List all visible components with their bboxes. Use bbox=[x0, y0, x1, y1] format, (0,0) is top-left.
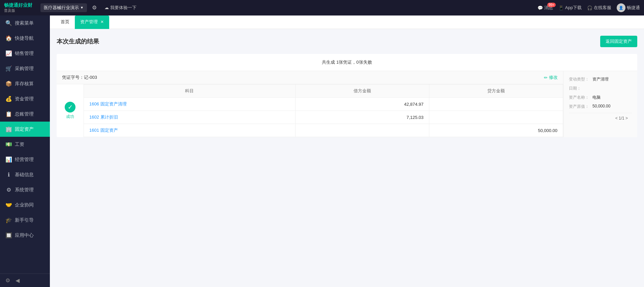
sidebar-settings-icon[interactable]: ⚙ bbox=[5, 277, 10, 284]
col-header-subject: 科目 bbox=[84, 85, 296, 98]
page-header: 本次生成的结果 返回固定资产 bbox=[57, 36, 637, 47]
sidebar-label-enterprise: 企业协同 bbox=[15, 202, 34, 208]
sidebar-label-search: 搜索菜单 bbox=[15, 20, 34, 26]
sidebar-collapse-icon[interactable]: ◀ bbox=[16, 277, 20, 284]
company-selector[interactable]: 医疗器械行业演示 ▼ bbox=[40, 3, 87, 12]
table-row: 1606 固定资产清理42,874.97 bbox=[84, 98, 563, 111]
business-icon: 📊 bbox=[5, 156, 12, 163]
sidebar-label-ledger: 总账管理 bbox=[15, 111, 34, 117]
tab-close-icon[interactable]: ✕ bbox=[100, 20, 104, 24]
online-service-button[interactable]: 🎧 在线客服 bbox=[587, 5, 611, 11]
cell-subject: 1602 累计折旧 bbox=[84, 111, 296, 124]
tabs-bar: 首页 资产管理 ✕ bbox=[50, 15, 644, 29]
cell-debit bbox=[295, 124, 429, 137]
sidebar-item-ledger[interactable]: 📋 总账管理 bbox=[0, 106, 50, 122]
summary-text: 共生成 1张凭证，0张失败 bbox=[322, 60, 372, 65]
result-panel: 共生成 1张凭证，0张失败 凭证字号：记-003 ✏ 修改 bbox=[57, 54, 637, 137]
search-icon: 🔍 bbox=[5, 20, 12, 26]
ledger-icon: 📋 bbox=[5, 111, 12, 117]
capital-icon: 💰 bbox=[5, 96, 12, 102]
sales-icon: 📈 bbox=[5, 50, 12, 57]
sidebar-label-system: 系统管理 bbox=[15, 187, 34, 193]
sidebar-item-guide[interactable]: 🎓 新手引导 bbox=[0, 213, 50, 228]
message-button[interactable]: 💬 消息 99+ bbox=[538, 5, 553, 11]
sidebar-item-business[interactable]: 📊 经营管理 bbox=[0, 152, 50, 167]
headset-icon: 🎧 bbox=[587, 5, 592, 10]
voucher-number: 凭证字号：记-003 bbox=[62, 74, 97, 81]
sidebar-item-capital[interactable]: 💰 资金管理 bbox=[0, 91, 50, 106]
sidebar-item-quick-nav[interactable]: 🏠 快捷导航 bbox=[0, 31, 50, 46]
return-fixed-assets-button[interactable]: 返回固定资产 bbox=[600, 36, 637, 47]
page-title: 本次生成的结果 bbox=[57, 37, 99, 45]
col-header-credit: 贷方金额 bbox=[429, 85, 563, 98]
edit-icon: ✏ bbox=[544, 75, 548, 80]
sidebar-label-business: 经营管理 bbox=[15, 157, 34, 163]
sidebar-label-quick-nav: 快捷导航 bbox=[15, 35, 34, 41]
sidebar-label-sales: 销售管理 bbox=[15, 51, 34, 57]
brand-logo: 畅捷通好业财 普及版 bbox=[4, 2, 32, 13]
info-asset-value-row: 资产原值： 50,000.00 bbox=[569, 104, 632, 109]
apps-icon: 🔲 bbox=[5, 232, 12, 238]
result-summary: 共生成 1张凭证，0张失败 bbox=[57, 54, 637, 71]
experience-button[interactable]: ☁ 我要体验一下 bbox=[104, 5, 136, 11]
company-name: 医疗器械行业演示 bbox=[44, 5, 79, 11]
sidebar-item-inventory[interactable]: 📦 库存核算 bbox=[0, 76, 50, 91]
tab-home[interactable]: 首页 bbox=[55, 15, 75, 29]
success-row: ✓ 成功 科目 借方金额 贷方金额 bbox=[57, 84, 563, 137]
col-header-debit: 借方金额 bbox=[295, 85, 429, 98]
sidebar-item-system[interactable]: ⚙ 系统管理 bbox=[0, 182, 50, 197]
basic-info-icon: ℹ bbox=[5, 171, 12, 178]
cell-subject: 1606 固定资产清理 bbox=[84, 98, 296, 111]
voucher-table: 科目 借方金额 贷方金额 1606 固定资产清理42,874.971602 累计… bbox=[84, 84, 563, 137]
settings-icon[interactable]: ⚙ bbox=[90, 3, 99, 12]
main-layout: 🔍 搜索菜单 🏠 快捷导航 📈 销售管理 🛒 采购管理 📦 库存核算 💰 资金管… bbox=[0, 15, 644, 287]
info-change-type-label: 变动类型： bbox=[569, 76, 592, 82]
page-content: 本次生成的结果 返回固定资产 共生成 1张凭证，0张失败 凭证字号：记-003 bbox=[50, 29, 644, 287]
success-text: 成功 bbox=[66, 114, 74, 120]
tab-home-label: 首页 bbox=[61, 19, 69, 25]
sidebar-item-sales[interactable]: 📈 销售管理 bbox=[0, 46, 50, 61]
purchase-icon: 🛒 bbox=[5, 65, 12, 72]
cell-debit: 42,874.97 bbox=[295, 98, 429, 111]
sidebar-label-guide: 新手引导 bbox=[15, 217, 34, 223]
voucher-main: 凭证字号：记-003 ✏ 修改 ✓ 成功 bbox=[57, 71, 563, 137]
sidebar-label-apps: 应用中心 bbox=[15, 232, 34, 238]
sidebar-item-payroll[interactable]: 💵 工资 bbox=[0, 137, 50, 152]
cloud-icon: ☁ bbox=[104, 5, 109, 10]
inventory-icon: 📦 bbox=[5, 81, 12, 87]
success-circle-icon: ✓ bbox=[65, 102, 75, 113]
app-download-button[interactable]: 📱 App下载 bbox=[558, 5, 582, 11]
sidebar-item-enterprise[interactable]: 🤝 企业协同 bbox=[0, 197, 50, 213]
topbar-right: 💬 消息 99+ 📱 App下载 🎧 在线客服 👤 畅捷通 bbox=[538, 3, 640, 12]
payroll-icon: 💵 bbox=[5, 141, 12, 148]
cell-credit bbox=[429, 98, 563, 111]
phone-icon: 📱 bbox=[558, 5, 564, 10]
info-panel: 变动类型： 资产清理 日期： 资产名称： 电脑 资产原值： bbox=[563, 71, 637, 137]
sidebar-item-apps[interactable]: 🔲 应用中心 bbox=[0, 228, 50, 243]
avatar: 👤 bbox=[617, 3, 625, 12]
sidebar-item-search[interactable]: 🔍 搜索菜单 bbox=[0, 15, 50, 31]
cell-credit: 50,000.00 bbox=[429, 124, 563, 137]
fixed-assets-icon: 🏢 bbox=[5, 126, 12, 132]
voucher-header: 凭证字号：记-003 ✏ 修改 bbox=[57, 71, 563, 84]
voucher-data-table: 科目 借方金额 贷方金额 1606 固定资产清理42,874.971602 累计… bbox=[84, 84, 563, 137]
sidebar-item-basic-info[interactable]: ℹ 基础信息 bbox=[0, 167, 50, 182]
topbar-left: 畅捷通好业财 普及版 医疗器械行业演示 ▼ ⚙ ☁ 我要体验一下 bbox=[4, 2, 136, 13]
enterprise-icon: 🤝 bbox=[5, 202, 12, 208]
message-badge: 99+ bbox=[547, 3, 556, 7]
info-asset-name-label: 资产名称： bbox=[569, 95, 592, 100]
voucher-section: 凭证字号：记-003 ✏ 修改 ✓ 成功 bbox=[57, 71, 637, 137]
user-profile[interactable]: 👤 畅捷通 bbox=[617, 3, 640, 12]
sidebar-label-inventory: 库存核算 bbox=[15, 81, 34, 87]
sidebar-item-fixed-assets[interactable]: 🏢 固定资产 bbox=[0, 122, 50, 137]
info-asset-value-value: 50,000.00 bbox=[592, 104, 610, 109]
info-date-row: 日期： bbox=[569, 86, 632, 91]
info-date-label: 日期： bbox=[569, 86, 592, 91]
pagination[interactable]: < 1/1 > bbox=[569, 113, 632, 123]
tab-asset-mgmt[interactable]: 资产管理 ✕ bbox=[75, 15, 109, 29]
guide-icon: 🎓 bbox=[5, 217, 12, 223]
sidebar-item-purchase[interactable]: 🛒 采购管理 bbox=[0, 61, 50, 76]
edit-button[interactable]: ✏ 修改 bbox=[544, 74, 558, 81]
cell-debit: 7,125.03 bbox=[295, 111, 429, 124]
content-area: 首页 资产管理 ✕ 本次生成的结果 返回固定资产 共生成 1张凭证，0张失败 bbox=[50, 15, 644, 287]
